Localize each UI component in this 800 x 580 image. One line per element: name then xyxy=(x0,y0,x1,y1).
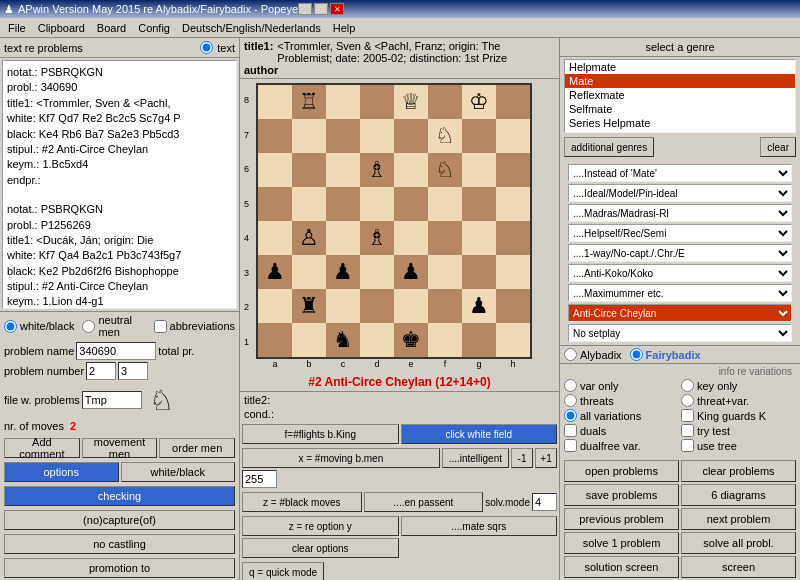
problem-total-input[interactable] xyxy=(118,362,148,380)
chess-cell[interactable] xyxy=(360,85,394,119)
chess-cell[interactable] xyxy=(326,85,360,119)
minus1-button[interactable]: -1 xyxy=(511,448,533,468)
checking-button[interactable]: checking xyxy=(4,486,235,506)
all-variations-label[interactable]: all variations xyxy=(564,409,679,422)
genre-series-mate[interactable]: Series Mate xyxy=(565,130,795,133)
chess-cell[interactable] xyxy=(258,289,292,323)
chess-cell[interactable] xyxy=(360,289,394,323)
neutral-radio[interactable] xyxy=(82,320,95,333)
chess-cell[interactable]: ♟ xyxy=(326,255,360,289)
next-problem-button[interactable]: next problem xyxy=(681,508,796,530)
chess-cell[interactable] xyxy=(360,323,394,357)
dualfree-var-checkbox[interactable] xyxy=(564,439,577,452)
alybadix-radio-label[interactable]: Alybadix xyxy=(564,348,622,361)
chess-cell[interactable] xyxy=(428,255,462,289)
chess-cell[interactable] xyxy=(462,153,496,187)
genre-list[interactable]: Helpmate Mate Reflexmate Selfmate Series… xyxy=(564,59,796,133)
genre-selfmate[interactable]: Selfmate xyxy=(565,102,795,116)
key-only-label[interactable]: key only xyxy=(681,379,796,392)
chess-cell[interactable] xyxy=(462,221,496,255)
chess-cell[interactable]: ♗ xyxy=(360,221,394,255)
duals-label[interactable]: duals xyxy=(564,424,679,437)
solution-screen-button2[interactable]: solution screen xyxy=(564,556,679,578)
chess-cell[interactable] xyxy=(496,153,530,187)
promotion-button[interactable]: promotion to xyxy=(4,558,235,578)
chess-cell[interactable] xyxy=(258,153,292,187)
var-only-label[interactable]: var only xyxy=(564,379,679,392)
problem-text-area[interactable]: notat.: PSBRQKGN probl.: 340690 title1: … xyxy=(2,60,237,309)
clear-problems-button[interactable]: clear problems xyxy=(681,460,796,482)
chess-cell[interactable] xyxy=(258,187,292,221)
chess-cell[interactable] xyxy=(258,221,292,255)
chess-cell[interactable] xyxy=(326,289,360,323)
king-guards-label[interactable]: King guards K xyxy=(681,409,796,422)
chess-cell[interactable] xyxy=(496,323,530,357)
chess-cell[interactable] xyxy=(360,119,394,153)
no-capture-button[interactable]: (no)capture(of) xyxy=(4,510,235,530)
en-passent-button[interactable]: ....en passent xyxy=(364,492,484,512)
chess-cell[interactable] xyxy=(428,221,462,255)
z-re-option-button[interactable]: z = re option y xyxy=(242,516,399,536)
chess-cell[interactable] xyxy=(258,323,292,357)
chess-board[interactable]: ♖♕♔♘♗♘♙♗♟♟♟♜♟♞♚ xyxy=(256,83,532,359)
depth-input[interactable] xyxy=(242,470,277,488)
chess-cell[interactable] xyxy=(496,119,530,153)
chess-cell[interactable]: ♚ xyxy=(394,323,428,357)
threats-label[interactable]: threats xyxy=(564,394,679,407)
chess-cell[interactable] xyxy=(394,119,428,153)
chess-cell[interactable] xyxy=(496,289,530,323)
mate-sqrs-button[interactable]: ....mate sqrs xyxy=(401,516,558,536)
alybadix-radio[interactable] xyxy=(564,348,577,361)
neutral-radio-label[interactable]: neutral men xyxy=(82,314,145,338)
1way-dropdown[interactable]: ....1-way/No-capt./.Chr./E xyxy=(568,244,792,262)
previous-problem-button[interactable]: previous problem xyxy=(564,508,679,530)
chess-cell[interactable]: ♔ xyxy=(462,85,496,119)
x-moving-button[interactable]: x = #moving b.men xyxy=(242,448,440,468)
open-problems-button[interactable]: open problems xyxy=(564,460,679,482)
text-radio[interactable] xyxy=(200,41,213,54)
chess-cell[interactable] xyxy=(428,187,462,221)
genre-helpmate[interactable]: Helpmate xyxy=(565,60,795,74)
clear-options-button[interactable]: clear options xyxy=(242,538,399,558)
chess-cell[interactable] xyxy=(292,255,326,289)
click-white-field-button[interactable]: click white field xyxy=(401,424,558,444)
chess-cell[interactable] xyxy=(292,119,326,153)
screen-button[interactable]: screen xyxy=(681,556,796,578)
chess-cell[interactable] xyxy=(394,187,428,221)
king-guards-checkbox[interactable] xyxy=(681,409,694,422)
madras-dropdown[interactable]: ....Madras/Madrasi-RI xyxy=(568,204,792,222)
solve-1-problem-button[interactable]: solve 1 problem xyxy=(564,532,679,554)
white-black-button[interactable]: white/black xyxy=(121,462,236,482)
chess-cell[interactable]: ♟ xyxy=(258,255,292,289)
chess-cell[interactable] xyxy=(326,221,360,255)
chess-cell[interactable] xyxy=(394,221,428,255)
chess-cell[interactable] xyxy=(462,323,496,357)
file-w-problems-input[interactable] xyxy=(82,391,142,409)
chess-cell[interactable]: ♞ xyxy=(326,323,360,357)
chess-cell[interactable] xyxy=(326,119,360,153)
use-tree-checkbox[interactable] xyxy=(681,439,694,452)
chess-cell[interactable] xyxy=(394,153,428,187)
quick-mode-button[interactable]: q = quick mode xyxy=(242,562,324,580)
solv-mode-input[interactable] xyxy=(532,493,557,511)
menu-file[interactable]: File xyxy=(2,20,32,36)
white-black-radio-label[interactable]: white/black xyxy=(4,320,74,333)
chess-cell[interactable] xyxy=(462,119,496,153)
chess-cell[interactable] xyxy=(292,153,326,187)
white-black-radio[interactable] xyxy=(4,320,17,333)
no-castling-button[interactable]: no castling xyxy=(4,534,235,554)
anticirce-dropdown[interactable]: Anti-Circe Cheylan xyxy=(568,304,792,322)
menu-clipboard[interactable]: Clipboard xyxy=(32,20,91,36)
chess-cell[interactable]: ♟ xyxy=(394,255,428,289)
clear-button[interactable]: clear xyxy=(760,137,796,157)
close-button[interactable]: ✕ xyxy=(330,3,344,15)
chess-cell[interactable] xyxy=(292,323,326,357)
chess-cell[interactable] xyxy=(394,289,428,323)
chess-cell[interactable] xyxy=(326,187,360,221)
menu-help[interactable]: Help xyxy=(327,20,362,36)
try-test-label[interactable]: try test xyxy=(681,424,796,437)
duals-checkbox[interactable] xyxy=(564,424,577,437)
intelligent-button[interactable]: ....intelligent xyxy=(442,448,509,468)
dualfree-var-label[interactable]: dualfree var. xyxy=(564,439,679,452)
options-button[interactable]: options xyxy=(4,462,119,482)
